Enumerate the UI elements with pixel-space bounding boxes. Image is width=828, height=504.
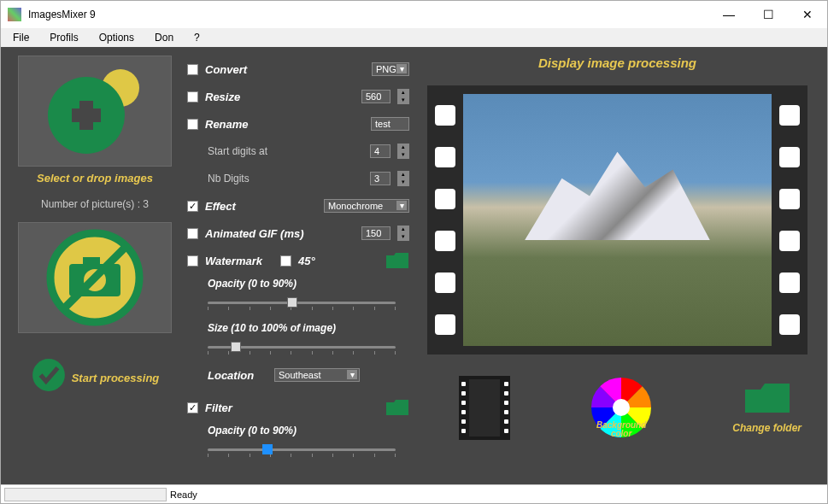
resize-spinner[interactable]: ▴▾ — [397, 89, 409, 104]
menubar: File Profils Options Don ? — [1, 28, 827, 47]
resize-label: Resize — [205, 91, 355, 103]
filter-opacity-slider[interactable] — [208, 442, 396, 457]
left-column: Select or drop images Number of picture(… — [9, 56, 180, 484]
gif-value-input[interactable]: 150 — [361, 226, 391, 240]
start-processing-label: Start processing — [72, 372, 160, 384]
preview-filmstrip — [427, 85, 807, 355]
svg-rect-6 — [83, 257, 100, 266]
sprocket-left — [427, 94, 463, 346]
folder-icon — [743, 381, 791, 415]
maximize-button[interactable]: ☐ — [749, 1, 788, 28]
background-color-label: Background color — [587, 421, 655, 438]
resize-checkbox[interactable] — [187, 91, 198, 103]
menu-options[interactable]: Options — [91, 30, 143, 45]
convert-checkbox[interactable] — [187, 64, 198, 75]
convert-format-select[interactable]: PNG — [372, 62, 409, 76]
watermark-location-select[interactable]: Southeast — [274, 368, 360, 382]
watermark-opacity-label: Opacity (0 to 90%) — [208, 278, 409, 290]
watermark-size-slider[interactable] — [208, 339, 396, 355]
nb-digits-input[interactable]: 3 — [370, 172, 391, 185]
drop-zone[interactable] — [18, 56, 172, 167]
rename-label: Rename — [205, 118, 364, 131]
mini-filmstrip-button[interactable] — [459, 376, 510, 440]
add-images-icon — [39, 64, 150, 158]
start-digits-label: Start digits at — [187, 145, 363, 157]
watermark-45-label: 45° — [298, 255, 315, 267]
effect-select[interactable]: Monochrome — [324, 199, 409, 213]
effect-checkbox[interactable] — [187, 201, 198, 212]
filter-checkbox[interactable] — [187, 402, 198, 413]
rename-checkbox[interactable] — [187, 119, 198, 130]
background-color-button[interactable]: Background color — [587, 373, 655, 442]
filter-label: Filter — [205, 401, 379, 414]
right-column: Display image processing — [416, 56, 819, 484]
watermark-label: Watermark — [205, 255, 273, 267]
status-text: Ready — [170, 489, 197, 500]
preview-title: Display image processing — [538, 56, 696, 70]
watermark-opacity-slider[interactable] — [208, 295, 396, 310]
menu-file[interactable]: File — [4, 30, 38, 45]
watermark-checkbox[interactable] — [187, 255, 198, 267]
gif-checkbox[interactable] — [187, 228, 198, 239]
rename-value-input[interactable]: test — [371, 117, 409, 131]
start-processing-button[interactable]: Start processing — [31, 357, 160, 393]
svg-rect-3 — [79, 101, 93, 130]
filter-folder-icon[interactable] — [385, 399, 409, 416]
watermark-45-checkbox[interactable] — [280, 255, 291, 267]
sprocket-right — [772, 94, 807, 346]
titlebar: ImagesMixer 9 — ☐ ✕ — [1, 1, 827, 28]
gif-spinner[interactable]: ▴▾ — [397, 226, 409, 241]
svg-point-11 — [613, 399, 630, 416]
preview-thumbnail[interactable] — [18, 222, 172, 333]
app-icon — [8, 8, 21, 21]
no-camera-icon — [44, 226, 146, 329]
watermark-folder-icon[interactable] — [385, 252, 409, 269]
start-digits-spinner[interactable]: ▴▾ — [397, 144, 409, 159]
content-area: Select or drop images Number of picture(… — [1, 47, 827, 484]
gif-label: Animated GIF (ms) — [205, 227, 355, 240]
app-window: ImagesMixer 9 — ☐ ✕ File Profils Options… — [0, 0, 828, 504]
picture-count-label: Number of picture(s) : 3 — [41, 198, 149, 210]
menu-don[interactable]: Don — [146, 30, 182, 45]
filter-opacity-label: Opacity (0 to 90%) — [208, 425, 409, 437]
app-title: ImagesMixer 9 — [28, 9, 709, 21]
close-button[interactable]: ✕ — [788, 1, 827, 28]
watermark-location-label: Location — [208, 369, 267, 382]
nb-digits-label: Nb Digits — [187, 173, 363, 185]
preview-image — [463, 94, 772, 346]
menu-help[interactable]: ? — [185, 30, 208, 45]
effect-label: Effect — [205, 200, 317, 213]
checkmark-icon — [31, 357, 67, 393]
minimize-button[interactable]: — — [709, 1, 749, 28]
change-folder-button[interactable]: Change folder — [732, 381, 802, 434]
watermark-size-label: Size (10 to 100% of image) — [208, 322, 409, 334]
convert-label: Convert — [205, 63, 365, 76]
progress-bar — [4, 488, 167, 501]
change-folder-label: Change folder — [732, 422, 802, 434]
options-column: Convert PNG Resize 560 ▴▾ Rename test St… — [187, 56, 409, 484]
menu-profils[interactable]: Profils — [41, 30, 86, 45]
start-digits-input[interactable]: 4 — [370, 144, 391, 158]
select-images-label: Select or drop images — [37, 172, 153, 185]
statusbar: Ready — [1, 484, 827, 503]
nb-digits-spinner[interactable]: ▴▾ — [397, 171, 409, 186]
resize-value-input[interactable]: 560 — [361, 90, 391, 103]
